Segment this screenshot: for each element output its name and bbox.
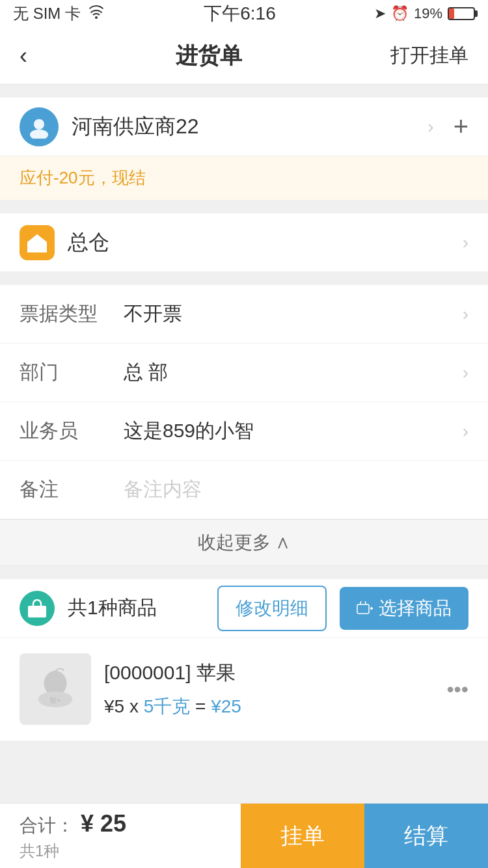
add-supplier-button[interactable]: + bbox=[454, 112, 468, 141]
alarm-icon: ⏰ bbox=[391, 5, 409, 22]
product-more-button[interactable]: ••• bbox=[446, 677, 468, 701]
staff-value: 这是859的小智 bbox=[104, 418, 463, 444]
select-product-button[interactable]: 选择商品 bbox=[340, 587, 468, 630]
supplier-name: 河南供应商22 bbox=[72, 113, 427, 141]
price-unit: ¥5 bbox=[104, 696, 124, 716]
location-icon: ➤ bbox=[374, 5, 386, 22]
svg-point-1 bbox=[30, 129, 48, 139]
total-label: 合计： bbox=[20, 813, 74, 838]
status-left: 无 SIM 卡 bbox=[13, 3, 105, 24]
status-right: ➤ ⏰ 19% bbox=[374, 5, 475, 22]
total-price: ¥25 bbox=[211, 696, 241, 716]
wifi-icon bbox=[87, 5, 105, 23]
warehouse-row[interactable]: 总仓 › bbox=[0, 213, 488, 272]
invoice-value: 不开票 bbox=[104, 301, 463, 327]
battery-fill bbox=[449, 8, 454, 19]
open-hang-button[interactable]: 打开挂单 bbox=[390, 42, 468, 69]
item-count: 共1种 bbox=[20, 841, 221, 861]
collapse-button[interactable]: 收起更多 ∧ bbox=[0, 519, 488, 566]
collapse-label: 收起更多 ∧ bbox=[198, 530, 291, 555]
invoice-row[interactable]: 票据类型 不开票 › bbox=[0, 285, 488, 344]
remark-row[interactable]: 备注 备注内容 bbox=[0, 461, 488, 519]
svg-rect-2 bbox=[28, 606, 46, 617]
staff-arrow-icon: › bbox=[463, 421, 468, 442]
notice-bar: 应付-20元，现结 bbox=[0, 156, 488, 200]
summary-section: 合计： ¥ 25 共1种 bbox=[0, 804, 241, 868]
edit-detail-button[interactable]: 修改明细 bbox=[217, 586, 327, 631]
supplier-avatar bbox=[20, 107, 59, 146]
staff-row[interactable]: 业务员 这是859的小智 › bbox=[0, 402, 488, 461]
total-display: 合计： ¥ 25 bbox=[20, 810, 221, 838]
hang-button[interactable]: 挂单 bbox=[241, 804, 364, 868]
product-item: 智+ [0000001] 苹果 ¥5 x 5千克 = ¥25 ••• bbox=[0, 638, 488, 741]
price-separator: x bbox=[129, 696, 144, 716]
bottom-bar: 合计： ¥ 25 共1种 挂单 结算 bbox=[0, 803, 488, 868]
warehouse-card: 总仓 › bbox=[0, 213, 488, 272]
product-info: [0000001] 苹果 ¥5 x 5千克 = ¥25 bbox=[104, 660, 433, 719]
product-thumbnail: 智+ bbox=[20, 653, 91, 725]
warehouse-arrow-icon: › bbox=[463, 232, 468, 253]
divider-2 bbox=[0, 272, 488, 285]
carrier-label: 无 SIM 卡 bbox=[13, 3, 81, 24]
staff-label: 业务员 bbox=[20, 418, 104, 444]
price-equals: = bbox=[195, 696, 211, 716]
remark-label: 备注 bbox=[20, 476, 104, 503]
form-card: 票据类型 不开票 › 部门 总 部 › 业务员 这是859的小智 › 备注 备注… bbox=[0, 285, 488, 519]
invoice-arrow-icon: › bbox=[463, 304, 468, 325]
notice-text: 应付-20元，现结 bbox=[20, 168, 146, 187]
quantity-value: 5千克 bbox=[144, 696, 191, 716]
dept-label: 部门 bbox=[20, 359, 104, 386]
battery-icon bbox=[448, 7, 475, 20]
divider-1 bbox=[0, 200, 488, 213]
status-time: 下午6:16 bbox=[204, 1, 276, 26]
warehouse-name: 总仓 bbox=[68, 228, 463, 257]
svg-point-0 bbox=[34, 119, 44, 129]
warehouse-icon bbox=[20, 225, 55, 260]
select-product-label: 选择商品 bbox=[379, 596, 452, 621]
status-bar: 无 SIM 卡 下午6:16 ➤ ⏰ 19% bbox=[0, 0, 488, 27]
dept-arrow-icon: › bbox=[463, 362, 468, 383]
product-price: ¥5 x 5千克 = ¥25 bbox=[104, 694, 433, 719]
products-count: 共1种商品 bbox=[68, 595, 204, 621]
dept-row[interactable]: 部门 总 部 › bbox=[0, 344, 488, 402]
dept-value: 总 部 bbox=[104, 359, 463, 386]
nav-bar: ‹ 进货单 打开挂单 bbox=[0, 27, 488, 85]
supplier-row[interactable]: 河南供应商22 › + bbox=[0, 98, 488, 156]
battery-label: 19% bbox=[414, 5, 442, 22]
supplier-arrow-icon: › bbox=[427, 116, 433, 137]
products-icon bbox=[20, 591, 55, 626]
svg-text:智+: 智+ bbox=[49, 696, 61, 704]
product-name: [0000001] 苹果 bbox=[104, 660, 433, 686]
divider-3 bbox=[0, 566, 488, 579]
page-title: 进货单 bbox=[176, 41, 242, 71]
invoice-label: 票据类型 bbox=[20, 301, 104, 327]
products-header: 共1种商品 修改明细 选择商品 bbox=[0, 579, 488, 638]
total-amount: ¥ 25 bbox=[81, 810, 126, 837]
checkout-button[interactable]: 结算 bbox=[364, 804, 488, 868]
top-divider bbox=[0, 85, 488, 98]
remark-placeholder: 备注内容 bbox=[104, 476, 468, 503]
supplier-card: 河南供应商22 › + 应付-20元，现结 bbox=[0, 98, 488, 200]
back-button[interactable]: ‹ bbox=[20, 42, 27, 70]
svg-rect-3 bbox=[357, 604, 369, 614]
